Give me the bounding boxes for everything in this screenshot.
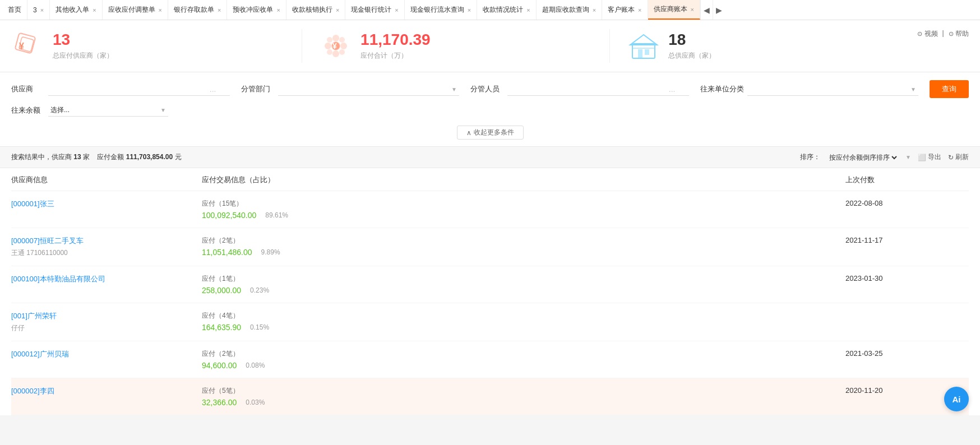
top-right-links: ⊙ 视频 | ⊙ 帮助 [917,29,969,39]
total-payable-label: 应付合计（万） [360,51,431,61]
table-row: [000001]张三 应付（15笔） 100,092,540.00 89.61%… [11,191,969,228]
trans-amount-0[interactable]: 100,092,540.00 [202,211,256,220]
dept-select[interactable] [278,83,460,96]
export-button[interactable]: ⬜ 导出 [918,152,941,162]
nav-tab-home[interactable]: 首页 [2,0,27,20]
svg-rect-17 [645,49,649,55]
supplier-link-0[interactable]: [000001]张三 [11,200,54,208]
payable-suppliers-number: 13 [53,31,113,49]
supplier-link-5[interactable]: [000002]李四 [11,387,54,395]
table-body: [000001]张三 应付（15笔） 100,092,540.00 89.61%… [11,191,969,415]
nav-tab-3-close[interactable]: × [40,7,44,13]
trans-label-5: 应付（5笔） [202,386,845,396]
ai-button[interactable]: Ai [944,387,969,411]
refresh-button[interactable]: ↻ 刷新 [948,152,969,162]
last-pay-date-4: 2021-03-25 [845,349,883,358]
nav-tab-cashflow-label: 现金银行流水查询 [410,5,464,15]
trans-amount-5[interactable]: 32,366.00 [202,398,237,407]
nav-tab-overdue[interactable]: 超期应收款查询 × [537,0,602,20]
refresh-label: 刷新 [955,152,969,162]
supplier-link-3[interactable]: [001]广州荣轩 [11,312,57,320]
supplier-link-1[interactable]: [000007]恒旺二手叉车 [11,237,84,245]
total-suppliers-number: 18 [668,31,715,49]
result-amount-label: 应付金额 [97,153,124,161]
export-icon: ⬜ [918,154,926,161]
table-row: [000002]李四 应付（5笔） 32,366.00 0.03% 2020-1… [11,378,969,415]
nav-tab-cashbank-close[interactable]: × [395,7,398,13]
svg-point-5 [332,50,339,57]
nav-arrow-left[interactable]: ◀ [700,0,713,20]
trans-row-3: 164,635.90 0.15% [202,323,845,332]
supplier-link-2[interactable]: [000100]本特勤油品有限公司 [11,275,105,283]
nav-tab-supplier[interactable]: 供应商账本 × [648,0,700,20]
svg-point-11 [339,37,345,43]
result-bar-left: 搜索结果中，供应商 13 家 应付金额 111,703,854.00 元 [11,152,182,162]
nav-arrow-right[interactable]: ▶ [713,0,725,20]
collapse-button[interactable]: ∧ 收起更多条件 [457,126,524,140]
nav-tab-customer-close[interactable]: × [638,7,641,13]
lastpay-cell-2: 2023-01-30 [845,274,969,282]
supplier-sub-1: 王通 17106110000 [11,248,202,258]
nav-tab-collection-label: 收款核销执行 [292,5,332,15]
nav-tab-bank-close[interactable]: × [218,7,221,13]
nav-tab-adjustment[interactable]: 应收应付调整单 × [103,0,168,20]
supplier-link-4[interactable]: [000012]广州贝瑞 [11,350,69,358]
trans-amount-4[interactable]: 94,600.00 [202,361,237,370]
refresh-icon: ↻ [948,154,954,161]
last-pay-date-0: 2022-08-08 [845,199,883,207]
balance-select[interactable]: 选择... [48,104,168,117]
last-pay-date-5: 2020-11-20 [845,386,883,395]
trans-amount-3[interactable]: 164,635.90 [202,323,241,332]
filter-row-1: 供应商 ... 分管部门 ▼ 分管人员 ... [11,80,969,98]
nav-tab-collection[interactable]: 收款核销执行 × [286,0,345,20]
transaction-cell-3: 应付（4笔） 164,635.90 0.15% [202,311,845,332]
trans-percent-0: 89.61% [265,211,288,219]
sort-select[interactable]: 按应付余额倒序排序 [827,153,899,162]
person-input[interactable] [507,83,689,96]
nav-tab-3[interactable]: 3 × [27,0,50,20]
nav-tab-collection-stat-close[interactable]: × [526,7,530,13]
sort-dropdown-icon: ▼ [905,154,911,160]
nav-tab-bank[interactable]: 银行存取款单 × [168,0,227,20]
nav-tab-supplier-close[interactable]: × [691,6,694,13]
filter-item-category: 往来单位分类 ▼ [700,83,919,96]
nav-tab-income[interactable]: 其他收入单 × [50,0,102,20]
trans-label-2: 应付（1笔） [202,274,845,284]
nav-tab-income-close[interactable]: × [93,7,96,13]
table-header: 供应商信息 应付交易信息（占比） 上次付数 [11,168,969,191]
result-amount-value: 111,703,854.00 [126,153,173,161]
filter-collapse: ∧ 收起更多条件 [11,122,969,141]
balance-filter-label: 往来余额 [11,105,45,115]
last-pay-date-2: 2023-01-30 [845,274,883,282]
supplier-dots[interactable]: ... [210,85,216,94]
help-link[interactable]: ⊙ 帮助 [949,29,969,39]
nav-tab-cashbank[interactable]: 现金银行统计 × [345,0,404,20]
nav-bar: 首页 3 × 其他收入单 × 应收应付调整单 × 银行存取款单 × 预收冲应收单… [0,0,980,20]
person-dots[interactable]: ... [669,85,676,94]
query-button[interactable]: 查询 [930,80,969,98]
category-select[interactable] [747,83,919,96]
supplier-input[interactable] [48,83,230,96]
svg-point-6 [325,43,331,49]
trans-amount-1[interactable]: 11,051,486.00 [202,248,252,257]
trans-amount-2[interactable]: 258,000.00 [202,286,241,295]
nav-tab-collection-close[interactable]: × [336,7,339,13]
nav-tab-overdue-close[interactable]: × [593,7,596,13]
video-link[interactable]: ⊙ 视频 [917,29,937,39]
table-row: [000012]广州贝瑞 应付（2笔） 94,600.00 0.08% 2021… [11,341,969,378]
nav-tab-cashflow[interactable]: 现金银行流水查询 × [405,0,477,20]
nav-tab-advance-close[interactable]: × [276,7,280,13]
summary-text-total-suppliers: 18 总供应商（家） [668,31,715,61]
nav-tab-collection-stat[interactable]: 收款情况统计 × [477,0,536,20]
nav-tab-cashflow-close[interactable]: × [468,7,471,13]
table-row: [000100]本特勤油品有限公司 应付（1笔） 258,000.00 0.23… [11,266,969,303]
summary-card-total-suppliers: 18 总供应商（家） [609,29,917,63]
nav-tab-adjustment-close[interactable]: × [159,7,162,13]
col-header-lastpay: 上次付数 [845,175,969,185]
nav-tab-advance[interactable]: 预收冲应收单 × [227,0,286,20]
transaction-cell-1: 应付（2笔） 11,051,486.00 9.89% [202,236,845,257]
supplier-input-wrap: ... [48,83,230,96]
result-supplier-unit: 家 [83,153,90,161]
nav-tab-customer[interactable]: 客户账本 × [602,0,648,20]
result-bar: 搜索结果中，供应商 13 家 应付金额 111,703,854.00 元 排序：… [0,147,980,168]
